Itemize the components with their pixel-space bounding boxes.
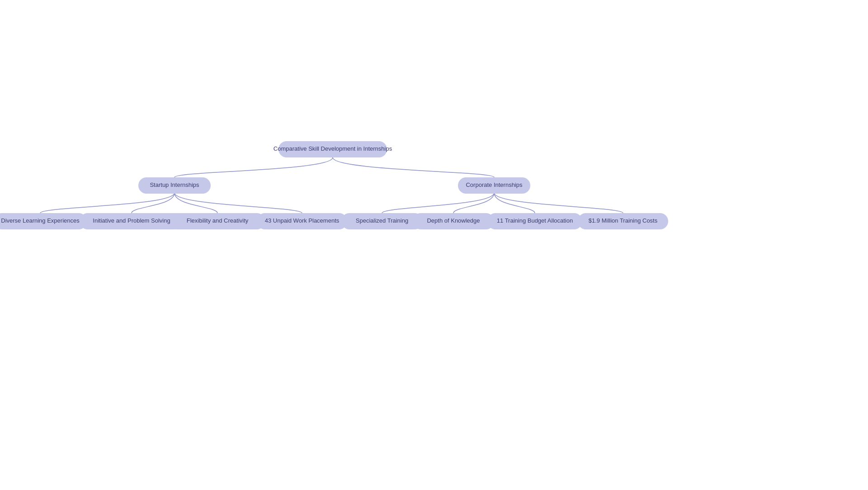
line-corporate-specialized [382, 193, 494, 213]
budget-node-label: 11 Training Budget Allocation [497, 217, 573, 224]
line-corporate-costs [494, 193, 623, 213]
line-root-corporate [333, 157, 494, 177]
line-root-startup [175, 157, 333, 177]
startup-node-label: Startup Internships [150, 181, 199, 188]
line-startup-unpaid [175, 193, 302, 213]
diagram-container: Comparative Skill Development in Interns… [0, 0, 868, 490]
diverse-node-label: Diverse Learning Experiences [1, 217, 80, 224]
initiative-node-label: Initiative and Problem Solving [93, 217, 170, 224]
unpaid-node-label: 43 Unpaid Work Placements [265, 217, 340, 224]
specialized-node-label: Specialized Training [356, 217, 408, 224]
corporate-node-label: Corporate Internships [466, 181, 523, 188]
root-node-label: Comparative Skill Development in Interns… [274, 145, 392, 152]
flexibility-node-label: Flexibility and Creativity [187, 217, 249, 224]
line-startup-diverse [40, 193, 175, 213]
depth-node-label: Depth of Knowledge [427, 217, 480, 224]
costs-node-label: $1.9 Million Training Costs [589, 217, 658, 224]
